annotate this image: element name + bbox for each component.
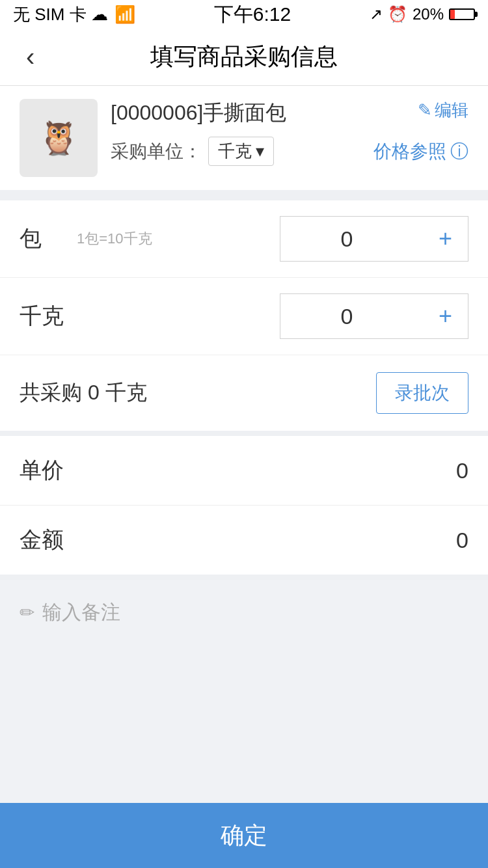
pencil-icon: ✏ bbox=[20, 602, 34, 623]
bag-row: 包 1包=10千克 + bbox=[0, 200, 488, 278]
section-divider-1 bbox=[0, 195, 488, 200]
price-section: 单价 0 金额 0 bbox=[0, 436, 488, 580]
price-reference-button[interactable]: 价格参照 ⓘ bbox=[373, 139, 468, 164]
location-icon: ↗ bbox=[370, 5, 383, 23]
total-row: 共采购 0 千克 录批次 bbox=[20, 355, 468, 431]
status-left: 无 SIM 卡 ☁ 📶 bbox=[13, 3, 135, 26]
status-right: ↗ ⏰ 20% bbox=[370, 5, 475, 23]
bag-plus-button[interactable]: + bbox=[423, 216, 468, 262]
kg-label: 千克 bbox=[20, 301, 72, 331]
nav-bar: ‹ 填写商品采购信息 bbox=[0, 29, 488, 86]
confirm-button[interactable]: 确定 bbox=[221, 820, 267, 852]
product-header: [0000006]手撕面包 ✎ 编辑 bbox=[111, 99, 468, 128]
remarks-placeholder: 输入备注 bbox=[42, 599, 120, 626]
bag-input-group: + bbox=[280, 216, 468, 262]
wifi-icon: 📶 bbox=[115, 5, 135, 25]
page-title: 填写商品采购信息 bbox=[150, 41, 338, 73]
status-time: 下午6:12 bbox=[214, 1, 291, 28]
amount-value: 0 bbox=[456, 528, 468, 553]
unit-price-label: 单价 bbox=[20, 455, 64, 485]
kg-plus-button[interactable]: + bbox=[423, 293, 468, 339]
sim-label: 无 SIM 卡 ☁ bbox=[13, 3, 108, 26]
remarks-section[interactable]: ✏ 输入备注 bbox=[0, 580, 488, 801]
product-card: 🦉 [0000006]手撕面包 ✎ 编辑 采购单位： 千克 ▾ 价格参照 ⓘ bbox=[0, 86, 488, 195]
product-meta: 采购单位： 千克 ▾ 价格参照 ⓘ bbox=[111, 137, 468, 166]
unit-row: 采购单位： 千克 ▾ bbox=[111, 137, 274, 166]
status-bar: 无 SIM 卡 ☁ 📶 下午6:12 ↗ ⏰ 20% bbox=[0, 0, 488, 29]
unit-price-row: 单价 0 bbox=[0, 436, 488, 506]
remarks-input[interactable]: ✏ 输入备注 bbox=[20, 599, 120, 626]
product-image: 🦉 bbox=[20, 99, 98, 177]
unit-price-value: 0 bbox=[456, 458, 468, 483]
edit-icon: ✎ bbox=[418, 100, 432, 120]
bag-sublabel: 1包=10千克 bbox=[77, 229, 152, 249]
kg-section: 千克 + bbox=[0, 278, 488, 355]
alarm-icon: ⏰ bbox=[388, 5, 407, 23]
kg-input-group: + bbox=[280, 293, 468, 339]
confirm-section[interactable]: 确定 bbox=[0, 803, 488, 868]
unit-dropdown[interactable]: 千克 ▾ bbox=[208, 137, 274, 166]
kg-row: 千克 + bbox=[0, 278, 488, 355]
battery-percent: 20% bbox=[413, 5, 444, 23]
batch-button[interactable]: 录批次 bbox=[376, 372, 468, 414]
amount-label: 金额 bbox=[20, 525, 64, 555]
edit-button[interactable]: ✎ 编辑 bbox=[418, 99, 468, 122]
amount-row: 金额 0 bbox=[0, 506, 488, 575]
bag-input[interactable] bbox=[280, 216, 423, 262]
back-button[interactable]: ‹ bbox=[20, 36, 41, 78]
info-icon: ⓘ bbox=[450, 139, 468, 164]
product-info: [0000006]手撕面包 ✎ 编辑 采购单位： 千克 ▾ 价格参照 ⓘ bbox=[111, 99, 468, 166]
battery-icon bbox=[449, 8, 475, 20]
bag-section: 包 1包=10千克 + bbox=[0, 200, 488, 278]
battery-fill bbox=[450, 10, 455, 19]
total-label: 共采购 0 千克 bbox=[20, 379, 147, 407]
bag-label: 包 bbox=[20, 224, 72, 254]
product-name: [0000006]手撕面包 bbox=[111, 99, 286, 128]
kg-input[interactable] bbox=[280, 293, 423, 339]
dropdown-arrow: ▾ bbox=[256, 141, 264, 161]
product-logo: 🦉 bbox=[38, 119, 79, 157]
purchase-unit-label: 采购单位： bbox=[111, 139, 202, 164]
total-section: 共采购 0 千克 录批次 bbox=[0, 355, 488, 436]
